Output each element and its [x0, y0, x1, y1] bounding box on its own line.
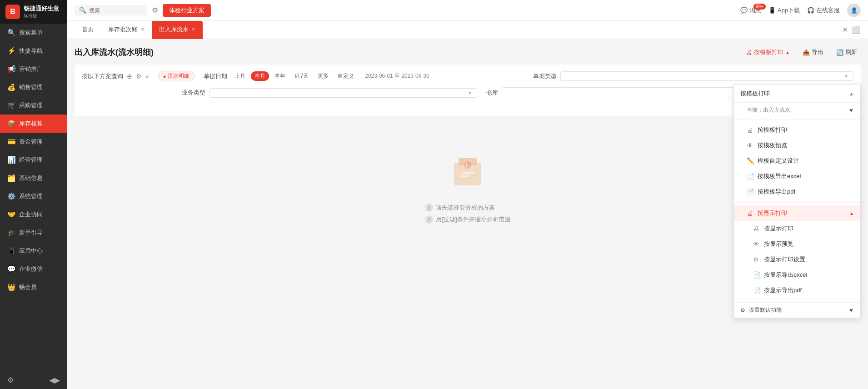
tab-batch[interactable]: 库存批次账 ✕	[101, 21, 152, 39]
sidebar-item-system[interactable]: ⚙️ 系统管理	[0, 187, 67, 205]
doc-type-filter: 单据类型 ▼	[533, 71, 853, 81]
sidebar-item-finance[interactable]: 💳 资金管理	[0, 133, 67, 151]
svg-rect-2	[461, 172, 474, 174]
dp-item-template-print[interactable]: 🖨 按模板打印	[734, 122, 860, 138]
date-tab-prev-month[interactable]: 上月	[231, 71, 249, 81]
svg-point-4	[464, 161, 471, 169]
online-service-btn[interactable]: 🎧 在线客服	[807, 6, 840, 15]
svg-text:!: !	[466, 163, 467, 168]
tabbar-right: ✕ ⬜	[842, 25, 861, 34]
print-template-btn[interactable]: 🖨 按模板打印 ▲	[743, 46, 793, 58]
filter-tag[interactable]: ● 流水明细	[158, 71, 195, 81]
finance-icon: 💳	[7, 138, 15, 146]
dropdown-footer[interactable]: ⚙ 设置默认功能 ▼	[734, 302, 860, 318]
sidebar-item-shortcut[interactable]: ⚡ 快捷导航	[0, 42, 67, 60]
sidebar-item-wechat[interactable]: 💬 企业微信	[0, 260, 67, 278]
filter-collapse-btn[interactable]: «	[145, 73, 149, 80]
settings-default-icon: ⚙	[740, 307, 745, 314]
date-tab-year[interactable]: 本年	[271, 71, 289, 81]
topbar: 🔍 ⚙ 体验行业方案 💬 消息 99+ 📱 App下载 🎧 在线客服 👤	[67, 0, 868, 21]
filter-add-btn[interactable]: ⊕	[127, 73, 132, 80]
empty-tip-2: 2 用[过滤]条件来缩小分析范围	[425, 215, 510, 224]
user-avatar[interactable]: 👤	[847, 4, 861, 17]
tabbar-close-btn[interactable]: ✕	[842, 25, 848, 34]
biz-type-select[interactable]: ▼	[209, 88, 477, 98]
tab-flow-close[interactable]: ✕	[191, 26, 195, 32]
sidebar-item-search[interactable]: 🔍 搜索菜单	[0, 24, 67, 42]
display-settings-icon: ⚙	[753, 256, 760, 263]
date-tab-custom[interactable]: 自定义	[334, 71, 358, 81]
refresh-btn[interactable]: 🔄 刷新	[833, 46, 861, 58]
inventory-icon: 📦	[7, 120, 15, 128]
tabbar: 首页 库存批次账 ✕ 出入库流水 ✕ ✕ ⬜	[67, 21, 868, 39]
display-excel-icon: 📄	[753, 271, 760, 279]
sidebar-item-guide[interactable]: 🎓 新手引导	[0, 224, 67, 242]
industry-btn[interactable]: 体验行业方案	[163, 4, 211, 17]
avatar-icon: 👤	[851, 7, 858, 14]
footer-arrow-icon: ▼	[848, 307, 854, 314]
dp-item-template-custom[interactable]: ✏️ 模板自定义设计	[734, 153, 860, 169]
display-print-icon: 🖨	[753, 225, 760, 232]
shortcut-icon: ⚡	[7, 47, 15, 55]
svg-rect-3	[461, 175, 470, 177]
sidebar-item-purchase[interactable]: 🛒 采购管理	[0, 96, 67, 115]
headset-icon: 🎧	[807, 7, 814, 14]
date-tab-more[interactable]: 更多	[314, 71, 332, 81]
topbar-left: 🔍 ⚙ 体验行业方案	[75, 4, 211, 17]
doc-type-select[interactable]: ▼	[560, 71, 853, 81]
date-range: 2023-06-01 至 2023-06-30	[365, 72, 429, 80]
empty-tip-1: 1 请先选择要分析的方案	[425, 204, 510, 212]
sidebar-item-collab[interactable]: 🤝 企业协同	[0, 205, 67, 224]
app-download-btn[interactable]: 📱 App下载	[768, 6, 800, 15]
doc-type-chevron-icon: ▼	[844, 74, 848, 79]
message-btn[interactable]: 💬 消息 99+	[740, 6, 761, 15]
dp-item-display-pdf[interactable]: 📄 按显示导出pdf	[734, 283, 860, 298]
sidebar-item-appcenter[interactable]: 📱 应用中心	[0, 242, 67, 260]
topbar-right: 💬 消息 99+ 📱 App下载 🎧 在线客服 👤	[740, 4, 861, 17]
excel-icon: 📄	[747, 173, 754, 180]
date-tab-current-month[interactable]: 本月	[251, 71, 269, 81]
filter-row-1: 按以下方案查询 ⊕ ⚙ « ● 流水明细 单据日期 上月 本月 本年	[82, 71, 853, 81]
dp-item-template-preview[interactable]: 👁 按模板预览	[734, 138, 860, 153]
collapse-sidebar-icon[interactable]: ◀▶	[49, 376, 60, 384]
dp-item-template-pdf[interactable]: 📄 按模板导出pdf	[734, 184, 860, 199]
export-icon: 📤	[803, 49, 810, 56]
dp-item-display-excel[interactable]: 📄 按显示导出excel	[734, 267, 860, 283]
system-icon: ⚙️	[7, 192, 15, 200]
dp-item-template-excel[interactable]: 📄 按模板导出excel	[734, 169, 860, 184]
purchase-icon: 🛒	[7, 101, 15, 110]
settings-icon[interactable]: ⚙	[7, 376, 14, 384]
export-btn[interactable]: 📤 导出	[799, 46, 827, 58]
content-area: 出入库流水(流水明细) 🖨 按模板打印 ▲ 📤 导出 🔄 刷新	[67, 39, 868, 389]
guide-icon: 🎓	[7, 229, 15, 237]
display-preview-icon: 👁	[753, 240, 760, 248]
tab-batch-close[interactable]: ✕	[140, 26, 145, 32]
topbar-gear-icon[interactable]: ⚙	[152, 6, 158, 15]
search-input[interactable]	[89, 7, 143, 14]
app-logo: B 畅捷通好生意 标准版	[0, 0, 67, 24]
date-tab-7days[interactable]: 近7天	[291, 71, 312, 81]
search-icon: 🔍	[7, 29, 15, 37]
sidebar-item-operations[interactable]: 📊 经营管理	[0, 151, 67, 169]
dropdown-chevron-up-icon[interactable]: ▲	[849, 91, 854, 96]
dropdown-current[interactable]: 当前：出入库流水 ▼	[734, 103, 860, 118]
biz-type-label: 业务类型	[182, 89, 205, 97]
tabbar-expand-btn[interactable]: ⬜	[852, 25, 861, 34]
sidebar-item-member[interactable]: 👑 畅会员	[0, 278, 67, 296]
warehouse-label: 仓库	[486, 89, 498, 97]
sidebar-item-basic[interactable]: 🗂️ 基础信息	[0, 169, 67, 187]
filter-settings-btn[interactable]: ⚙	[136, 73, 142, 80]
logo-text: 畅捷通好生意 标准版	[24, 5, 59, 19]
sidebar-item-sales[interactable]: 💰 销售管理	[0, 78, 67, 96]
dp-group-display-print[interactable]: 🖨 按显示打印 ▲	[734, 205, 860, 221]
sidebar-item-marketing[interactable]: 📢 营销推广	[0, 60, 67, 78]
dp-item-display-print[interactable]: 🖨 按显示打印	[734, 221, 860, 236]
tab-flow[interactable]: 出入库流水 ✕	[152, 21, 203, 39]
collab-icon: 🤝	[7, 210, 15, 219]
dp-item-display-preview[interactable]: 👁 按显示预览	[734, 236, 860, 252]
sidebar-item-inventory[interactable]: 📦 库存核算	[0, 115, 67, 133]
dp-item-display-settings[interactable]: ⚙ 按显示打印设置	[734, 252, 860, 267]
tab-home[interactable]: 首页	[75, 21, 101, 39]
dropdown-section-1: 🖨 按模板打印 👁 按模板预览 ✏️ 模板自定义设计 📄 按模板导出excel …	[734, 120, 860, 201]
page-header: 出入库流水(流水明细) 🖨 按模板打印 ▲ 📤 导出 🔄 刷新	[75, 46, 861, 58]
